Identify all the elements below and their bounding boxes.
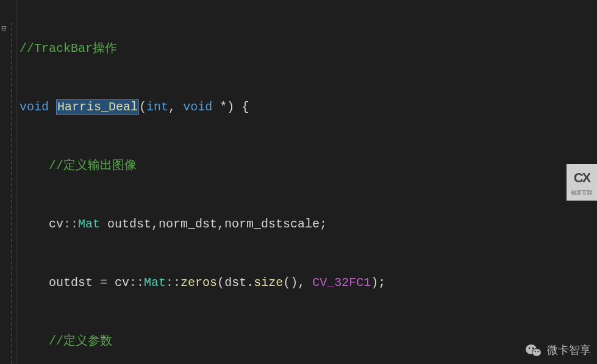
code-line: cv::Mat outdst,norm_dst,norm_dstscale;: [20, 215, 597, 234]
wechat-icon: [525, 343, 542, 358]
code-line: outdst = cv::Mat::zeros(dst.size(), CV_3…: [20, 273, 597, 293]
cx-logo: CX 创新互联: [567, 164, 597, 201]
cx-logo-big: CX: [574, 167, 590, 188]
variable: dst.: [224, 276, 254, 290]
code-line: //定义参数: [20, 332, 597, 351]
svg-point-5: [535, 351, 536, 352]
function-name-selected[interactable]: Harris_Deal: [56, 99, 139, 115]
paren-open: (: [217, 276, 224, 290]
gutter: ⊟: [0, 0, 17, 364]
macro-cv32fc1: CV_32FC1: [312, 276, 371, 290]
scope-op: ::: [63, 217, 78, 231]
variable-decl: outdst,norm_dst,norm_dstscale;: [100, 217, 327, 231]
comma: ,: [168, 100, 176, 114]
cx-logo-small: 创新互联: [571, 188, 593, 197]
func-zeros: zeros: [181, 276, 217, 290]
code-line: void Harris_Deal(int, void *) {: [20, 98, 597, 117]
keyword-void: void: [183, 100, 212, 114]
scope-op: ::: [166, 276, 181, 290]
paren-close: ): [227, 100, 234, 114]
args: (),: [283, 276, 312, 290]
svg-point-4: [532, 347, 534, 349]
svg-point-2: [532, 349, 541, 356]
keyword-void: void: [20, 100, 49, 114]
type-mat: Mat: [144, 276, 166, 290]
code-editor[interactable]: ⊟ //TrackBar操作 void Harris_Deal(int, voi…: [0, 0, 597, 364]
func-size: size: [254, 276, 283, 290]
brace-open: {: [234, 100, 249, 114]
type-mat: Mat: [78, 217, 100, 231]
fold-guide-line: [11, 22, 12, 364]
scope-op: ::: [129, 276, 144, 290]
paren-open: (: [139, 100, 146, 114]
assign-op: =: [100, 276, 107, 290]
comment-text: //定义参数: [49, 334, 112, 348]
watermark: 微卡智享: [525, 341, 591, 359]
code-line: //TrackBar操作: [20, 39, 597, 59]
paren-close: );: [371, 276, 385, 290]
code-area[interactable]: //TrackBar操作 void Harris_Deal(int, void …: [17, 0, 597, 364]
keyword-int: int: [146, 100, 168, 114]
svg-point-6: [538, 351, 539, 352]
watermark-text: 微卡智享: [547, 341, 591, 359]
svg-point-3: [529, 347, 531, 349]
pointer-star: *: [212, 100, 227, 114]
comment-text: //TrackBar操作: [20, 41, 117, 55]
code-line: //定义输出图像: [20, 156, 597, 176]
comment-text: //定义输出图像: [49, 159, 137, 173]
namespace: cv: [107, 276, 129, 290]
variable: outdst: [49, 276, 100, 290]
fold-collapse-icon[interactable]: ⊟: [1, 22, 6, 35]
namespace: cv: [49, 217, 63, 231]
